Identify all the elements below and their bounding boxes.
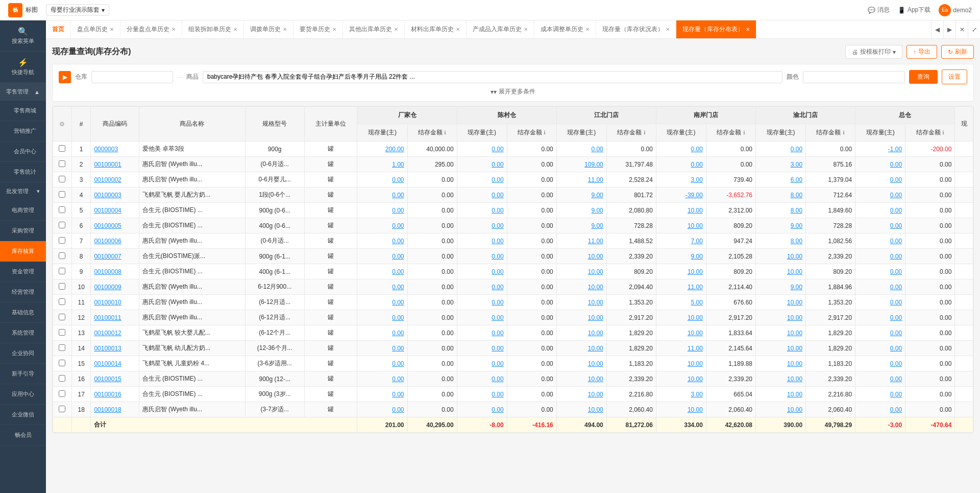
row-na-qty[interactable]: 5.00: [656, 295, 706, 310]
row-jb-qty[interactable]: 9.00: [556, 187, 606, 203]
row-yu-qty[interactable]: 10.00: [756, 402, 806, 417]
sidebar-item-shop[interactable]: 零售商城: [0, 101, 46, 121]
row-total-qty[interactable]: 0.00: [855, 157, 905, 172]
sidebar-item-basic[interactable]: 基础信息: [0, 302, 46, 323]
row-cj-qty[interactable]: 0.00: [357, 264, 407, 279]
row-na-qty[interactable]: 0.00: [656, 142, 706, 157]
row-jb-qty[interactable]: 109.00: [556, 157, 606, 172]
sidebar-item-member[interactable]: 会员中心: [0, 142, 46, 162]
close-icon[interactable]: ✕: [233, 27, 237, 32]
nav-left-btn[interactable]: ◀: [931, 20, 943, 39]
row-ch-qty[interactable]: 0.00: [457, 142, 507, 157]
row-jb-qty[interactable]: 0.00: [556, 142, 606, 157]
row-jb-qty[interactable]: 9.00: [556, 203, 606, 218]
row-code[interactable]: 00100018: [91, 402, 139, 417]
row-ch-qty[interactable]: 0.00: [457, 325, 507, 341]
row-total-qty[interactable]: 0.00: [855, 218, 905, 233]
row-yu-qty[interactable]: 10.00: [756, 295, 806, 310]
row-jb-qty[interactable]: 11.00: [556, 233, 606, 249]
row-ch-qty[interactable]: 0.00: [457, 218, 507, 233]
row-cj-qty[interactable]: 0.00: [357, 249, 407, 264]
row-jb-qty[interactable]: 10.00: [556, 387, 606, 402]
row-checkbox[interactable]: [53, 371, 72, 387]
row-ch-qty[interactable]: 0.00: [457, 249, 507, 264]
row-yu-qty[interactable]: 10.00: [756, 249, 806, 264]
row-na-qty[interactable]: 10.00: [656, 203, 706, 218]
tab-assembly[interactable]: 组装拆卸单历史 ✕: [182, 20, 244, 39]
row-checkbox[interactable]: [53, 142, 72, 157]
row-yu-qty[interactable]: 10.00: [756, 387, 806, 402]
tab-finished-in[interactable]: 产成品入库单历史 ✕: [467, 20, 534, 39]
row-ch-qty[interactable]: 0.00: [457, 341, 507, 356]
sidebar-item-inventory[interactable]: 库存核算: [0, 241, 46, 262]
row-na-qty[interactable]: 3.00: [656, 387, 706, 402]
expand-conditions-btn[interactable]: ▾▾ 展开更多条件: [491, 87, 535, 96]
row-yu-qty[interactable]: 0.00: [756, 142, 806, 157]
row-ch-qty[interactable]: 0.00: [457, 264, 507, 279]
row-checkbox[interactable]: [53, 325, 72, 341]
filter-expand-btn[interactable]: ▶: [59, 71, 71, 83]
sidebar-item-finance[interactable]: 资金管理: [0, 262, 46, 282]
row-yu-qty[interactable]: 9.00: [756, 218, 806, 233]
row-jb-qty[interactable]: 10.00: [556, 371, 606, 387]
tab-sub-inventory[interactable]: 分量盘点单历史 ✕: [120, 20, 182, 39]
row-code[interactable]: 00100007: [91, 249, 139, 264]
row-yu-qty[interactable]: 8.00: [756, 233, 806, 249]
row-total-qty[interactable]: 0.00: [855, 279, 905, 295]
sidebar-item-vip[interactable]: 畅会员: [0, 425, 46, 445]
row-cj-qty[interactable]: 0.00: [357, 295, 407, 310]
nav-close-btn[interactable]: ✕: [955, 20, 968, 39]
sidebar-item-ecommerce[interactable]: 电商管理: [0, 200, 46, 221]
row-total-qty[interactable]: 0.00: [855, 371, 905, 387]
row-ch-qty[interactable]: 0.00: [457, 371, 507, 387]
warehouse-input[interactable]: [91, 71, 173, 83]
row-cj-qty[interactable]: 0.00: [357, 218, 407, 233]
row-jb-qty[interactable]: 11.00: [556, 172, 606, 187]
row-code[interactable]: 00100011: [91, 310, 139, 325]
row-jb-qty[interactable]: 10.00: [556, 249, 606, 264]
export-button[interactable]: ↑ 导出: [906, 45, 937, 59]
sidebar-item-nav[interactable]: ⚡ 快捷导航: [0, 52, 46, 83]
row-cj-qty[interactable]: 0.00: [357, 325, 407, 341]
tab-stock-dist[interactable]: 现存量（库存分布表） ✕: [676, 20, 756, 39]
close-icon[interactable]: ✕: [394, 27, 398, 32]
row-na-qty[interactable]: 11.00: [656, 279, 706, 295]
row-code[interactable]: 00100008: [91, 264, 139, 279]
row-code[interactable]: 00100009: [91, 279, 139, 295]
row-total-qty[interactable]: 0.00: [855, 172, 905, 187]
row-yu-qty[interactable]: 9.00: [756, 279, 806, 295]
row-na-qty[interactable]: 10.00: [656, 402, 706, 417]
row-ch-qty[interactable]: 0.00: [457, 279, 507, 295]
row-checkbox[interactable]: [53, 203, 72, 218]
row-na-qty[interactable]: -39.00: [656, 187, 706, 203]
close-icon[interactable]: ✕: [332, 27, 336, 32]
row-yu-qty[interactable]: 10.00: [756, 325, 806, 341]
row-code[interactable]: 00100010: [91, 295, 139, 310]
row-code[interactable]: 00100003: [91, 187, 139, 203]
row-yu-qty[interactable]: 3.00: [756, 157, 806, 172]
tab-inventory-check[interactable]: 盘点单历史 ✕: [71, 20, 120, 39]
tab-purchase-order[interactable]: 要货单历史 ✕: [293, 20, 343, 39]
row-checkbox[interactable]: [53, 218, 72, 233]
sidebar-item-retail-stats[interactable]: 零售统计: [0, 162, 46, 182]
row-code[interactable]: 0000003: [91, 142, 139, 157]
row-cj-qty[interactable]: 0.00: [357, 387, 407, 402]
row-ch-qty[interactable]: 0.00: [457, 387, 507, 402]
refresh-button[interactable]: ↻ 刷新: [941, 45, 974, 59]
col-gear[interactable]: ⚙: [53, 107, 72, 142]
tab-cost-adjust[interactable]: 成本调整单历史 ✕: [534, 20, 596, 39]
message-btn[interactable]: 💬 消息: [868, 6, 890, 14]
close-icon[interactable]: ✕: [666, 27, 670, 32]
row-checkbox[interactable]: [53, 172, 72, 187]
row-cj-qty[interactable]: 0.00: [357, 233, 407, 249]
row-yu-qty[interactable]: 10.00: [756, 310, 806, 325]
row-ch-qty[interactable]: 0.00: [457, 172, 507, 187]
sidebar-item-purchase[interactable]: 采购管理: [0, 221, 46, 241]
row-yu-qty[interactable]: 6.00: [756, 172, 806, 187]
goods-input[interactable]: [203, 71, 782, 83]
row-total-qty[interactable]: 0.00: [855, 187, 905, 203]
row-checkbox[interactable]: [53, 310, 72, 325]
row-ch-qty[interactable]: 0.00: [457, 157, 507, 172]
row-cj-qty[interactable]: 0.00: [357, 203, 407, 218]
row-yu-qty[interactable]: 8.00: [756, 187, 806, 203]
